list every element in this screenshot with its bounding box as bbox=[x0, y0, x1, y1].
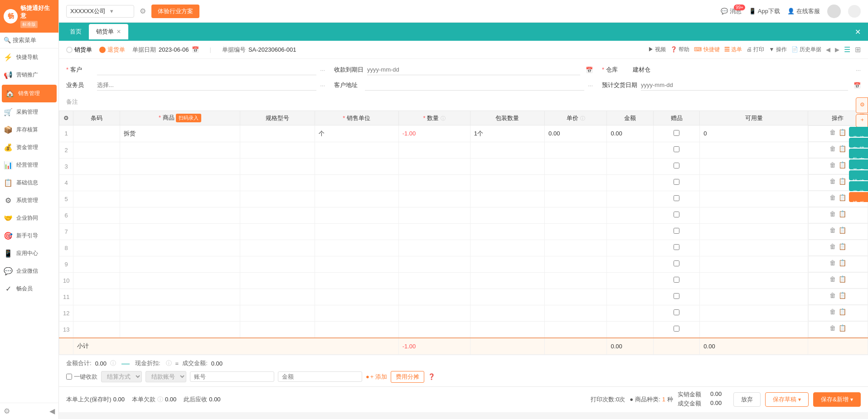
copy-icon[interactable]: 📋 bbox=[839, 259, 846, 269]
expected-date-calendar-icon[interactable]: 📅 bbox=[853, 82, 861, 89]
copy-icon[interactable]: 📋 bbox=[839, 145, 846, 155]
goods-type-prefix[interactable]: ● bbox=[630, 396, 633, 403]
sidebar-item-member[interactable]: ✓ 畅会员 bbox=[0, 280, 58, 298]
shortcut-action[interactable]: ⌨ 快捷键 bbox=[694, 46, 719, 53]
copy-icon[interactable]: 📋 bbox=[839, 292, 846, 302]
row-gift[interactable] bbox=[653, 125, 699, 142]
sidebar-item-guide[interactable]: 🎯 新手引导 bbox=[0, 227, 58, 245]
print-action[interactable]: 🖨 打印 bbox=[747, 46, 764, 53]
th-settings[interactable]: ⚙ bbox=[59, 111, 73, 125]
customer-address-input[interactable] bbox=[365, 80, 584, 91]
sidebar-search[interactable]: 🔍 搜索菜单 bbox=[0, 33, 58, 48]
due-date-input[interactable] bbox=[367, 64, 580, 75]
panel-btn-7[interactable]: 反馈 bbox=[849, 192, 868, 202]
scan-btn[interactable]: 扫码录入 bbox=[176, 114, 201, 122]
user-avatar[interactable] bbox=[827, 5, 841, 18]
view-list-icon[interactable]: ☰ bbox=[844, 45, 850, 54]
copy-icon[interactable]: 📋 bbox=[839, 194, 846, 204]
payment-amount-input[interactable] bbox=[278, 371, 362, 382]
help-circle-icon-2[interactable]: ⓘ bbox=[166, 359, 172, 367]
tab-sales-order[interactable]: 销货单 ✕ bbox=[89, 24, 128, 39]
balance-current-icon[interactable]: ⓘ bbox=[157, 395, 163, 404]
view-grid-icon[interactable]: ⊞ bbox=[855, 45, 861, 54]
copy-icon[interactable]: 📋 bbox=[839, 308, 846, 318]
radio-return[interactable]: 退货单 bbox=[99, 46, 125, 54]
sidebar-item-operations[interactable]: 📊 经营管理 bbox=[0, 156, 58, 174]
sidebar-item-enterprise[interactable]: 🤝 企业协同 bbox=[0, 209, 58, 227]
delete-icon[interactable]: 🗑 bbox=[829, 210, 836, 220]
panel-btn-1[interactable]: 搜索 bbox=[849, 127, 868, 137]
expense-btn[interactable]: 费用分摊 bbox=[391, 371, 424, 383]
settlement-select[interactable]: 结算方式 bbox=[101, 371, 142, 382]
delete-icon[interactable]: 🗑 bbox=[829, 145, 836, 155]
panel-btn-4[interactable]: 查看 bbox=[849, 159, 868, 169]
sidebar-settings-icon[interactable]: ⚙ bbox=[4, 407, 10, 415]
sidebar-item-purchase[interactable]: 🛒 采购管理 bbox=[0, 103, 58, 121]
copy-icon[interactable]: 📋 bbox=[839, 275, 846, 285]
company-selector[interactable]: XXXXXX公司 ▾ bbox=[66, 5, 134, 18]
row-price[interactable]: 0.00 bbox=[545, 125, 607, 142]
select-action[interactable]: ☰ 选单 bbox=[724, 46, 742, 53]
history-action[interactable]: 📄 历史单据 bbox=[791, 46, 821, 53]
operation-action[interactable]: ▼ 操作 bbox=[769, 46, 786, 53]
delete-icon[interactable]: 🗑 bbox=[829, 178, 836, 188]
copy-icon[interactable]: 📋 bbox=[839, 129, 846, 139]
delete-icon[interactable]: 🗑 bbox=[829, 275, 836, 285]
copy-icon[interactable]: 📋 bbox=[839, 161, 846, 171]
delete-icon[interactable]: 🗑 bbox=[829, 308, 836, 318]
delete-icon[interactable]: 🗑 bbox=[829, 161, 836, 171]
sidebar-item-finance[interactable]: 💰 资金管理 bbox=[0, 139, 58, 156]
account-input[interactable] bbox=[190, 371, 274, 382]
copy-icon[interactable]: 📋 bbox=[839, 226, 846, 236]
copy-icon[interactable]: 📋 bbox=[839, 324, 846, 334]
delete-icon[interactable]: 🗑 bbox=[829, 259, 836, 269]
video-action[interactable]: ▶ 视频 bbox=[648, 46, 666, 53]
customer-dots[interactable]: ··· bbox=[320, 67, 325, 73]
settings-btn[interactable]: ⚙ 设置 bbox=[856, 97, 868, 113]
abandon-btn[interactable]: 放弃 bbox=[733, 392, 761, 407]
sidebar-item-quick-nav[interactable]: ⚡ 快捷导航 bbox=[0, 48, 58, 66]
calendar-icon[interactable]: 📅 bbox=[192, 46, 199, 53]
panel-btn-3[interactable]: 审批 bbox=[849, 149, 868, 159]
copy-icon[interactable]: 📋 bbox=[839, 243, 846, 253]
topbar-settings-icon[interactable]: ⚙ bbox=[140, 7, 146, 15]
row-quantity[interactable]: -1.00 bbox=[398, 125, 470, 142]
sidebar-collapse-icon[interactable]: ◀ bbox=[49, 407, 55, 415]
save-new-btn[interactable]: 保存&新增 ▾ bbox=[813, 392, 861, 407]
sidebar-item-basic-info[interactable]: 📋 基础信息 bbox=[0, 174, 58, 192]
sidebar-item-corp-wechat[interactable]: 💬 企业微信 bbox=[0, 262, 58, 280]
row-product[interactable]: 拆货 bbox=[120, 125, 240, 142]
one-click-payment[interactable]: 一键收款 bbox=[66, 373, 97, 381]
nav-prev-icon[interactable]: ◀ bbox=[826, 46, 830, 53]
help-action[interactable]: ❓ 帮助 bbox=[670, 46, 689, 53]
nav-next-icon[interactable]: ▶ bbox=[835, 46, 839, 53]
add-payment-btn[interactable]: ● + 添加 bbox=[366, 373, 387, 381]
one-click-checkbox[interactable] bbox=[66, 374, 72, 380]
save-draft-btn[interactable]: 保存草稿 ▾ bbox=[765, 392, 809, 407]
logistics-btn[interactable]: + 物流 bbox=[856, 114, 868, 127]
salesperson-dots[interactable]: ··· bbox=[320, 82, 325, 89]
customer-input[interactable] bbox=[97, 64, 316, 75]
address-dots[interactable]: ··· bbox=[588, 82, 593, 89]
copy-icon[interactable]: 📋 bbox=[839, 210, 846, 220]
delete-icon[interactable]: 🗑 bbox=[829, 324, 836, 334]
print-count[interactable]: 打印次数:0次 bbox=[591, 395, 625, 404]
sidebar-item-system[interactable]: ⚙ 系统管理 bbox=[0, 192, 58, 209]
app-download-btn[interactable]: 📱 App下载 bbox=[749, 7, 780, 15]
online-service-btn[interactable]: 👤 在线客服 bbox=[787, 7, 820, 15]
sidebar-item-inventory[interactable]: 📦 库存核算 bbox=[0, 121, 58, 139]
expected-date-input[interactable] bbox=[641, 80, 848, 91]
delete-icon[interactable]: 🗑 bbox=[829, 226, 836, 236]
message-btn[interactable]: 💬 消息 99+ bbox=[721, 7, 742, 15]
delete-icon[interactable]: 🗑 bbox=[829, 129, 836, 139]
help-circle-icon[interactable]: ⓘ bbox=[110, 359, 116, 367]
panel-btn-5[interactable]: 编辑 bbox=[849, 170, 868, 180]
user-avatar-2[interactable] bbox=[848, 5, 861, 18]
due-date-calendar-icon[interactable]: 📅 bbox=[586, 67, 593, 73]
salesperson-input[interactable] bbox=[97, 80, 316, 91]
panel-btn-6[interactable]: 收藏 bbox=[849, 181, 868, 191]
warehouse-dots[interactable]: ··· bbox=[856, 67, 861, 73]
account-select[interactable]: 结款账号 bbox=[145, 371, 186, 382]
copy-icon[interactable]: 📋 bbox=[839, 178, 846, 188]
trial-btn[interactable]: 体验行业方案 bbox=[151, 5, 199, 18]
